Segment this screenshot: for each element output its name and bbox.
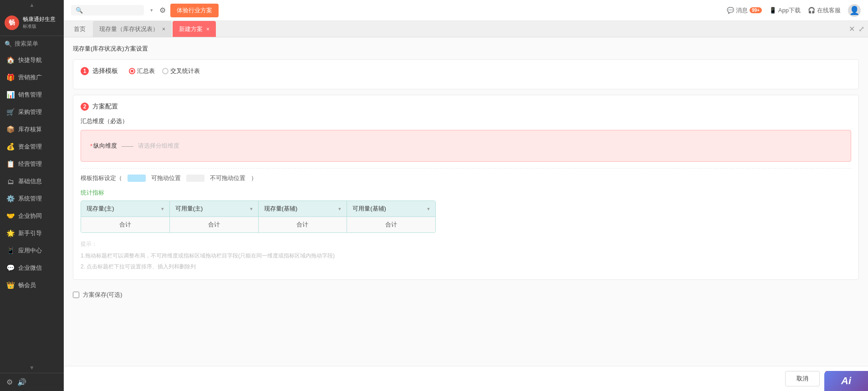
- wechat-icon: 💬: [6, 264, 15, 272]
- col3-chevron-icon: ▾: [338, 206, 341, 212]
- section1-header: 1 选择模板 汇总表 交叉统计表: [81, 67, 851, 75]
- settings-bottom-icon[interactable]: ⚙: [6, 378, 13, 386]
- sidebar-item-label: 经营管理: [18, 160, 42, 168]
- stats-table: 现存量(主) ▾ 可用量(主) ▾ 现存量(基辅) ▾ 可用量(基辅): [81, 201, 436, 233]
- sidebar-search[interactable]: 🔍 搜索菜单: [0, 36, 64, 51]
- sidebar-item-enterprise[interactable]: 🤝 企业协同: [0, 207, 64, 225]
- sidebar-scroll-up[interactable]: ▲: [0, 0, 64, 10]
- dimension-box[interactable]: * 纵向维度 —— 请选择分组维度: [81, 130, 851, 162]
- stats-col-4[interactable]: 可用量(基辅) ▾: [347, 201, 435, 216]
- sidebar-item-membership[interactable]: 👑 畅会员: [0, 277, 64, 294]
- stats-col-1[interactable]: 现存量(主) ▾: [81, 201, 170, 216]
- sidebar-item-label: 资金管理: [18, 143, 42, 151]
- template-radio-group: 汇总表 交叉统计表: [129, 67, 200, 75]
- stats-cell-4: 合计: [347, 217, 435, 232]
- stats-col-2-label: 可用量(主): [175, 205, 203, 213]
- sidebar-item-label: 系统管理: [18, 195, 42, 203]
- ai-float-button[interactable]: Ai: [824, 371, 868, 391]
- radio-cross[interactable]: 交叉统计表: [162, 67, 200, 75]
- sidebar-item-label: 应用中心: [18, 247, 42, 255]
- sidebar-item-wechat[interactable]: 💬 企业微信: [0, 259, 64, 277]
- sales-icon: 📊: [6, 91, 15, 99]
- chevron-down-icon: ▾: [150, 7, 153, 13]
- section2-title: 方案配置: [92, 103, 118, 111]
- stats-table-header: 现存量(主) ▾ 可用量(主) ▾ 现存量(基辅) ▾ 可用量(基辅): [81, 201, 435, 216]
- tab-home[interactable]: 首页: [67, 21, 92, 37]
- tab-new-scheme-close-icon[interactable]: ×: [206, 26, 209, 32]
- topbar-settings-icon[interactable]: ⚙: [159, 6, 166, 15]
- cancel-button[interactable]: 取消: [785, 371, 820, 386]
- template-indicator-suffix: ）: [251, 174, 257, 182]
- tab-inventory-close-icon[interactable]: ×: [162, 26, 165, 32]
- topbar-dropdown[interactable]: ▾: [148, 7, 153, 13]
- basic-info-icon: 🗂: [6, 178, 15, 185]
- main: 🔍 ▾ ⚙ 体验行业方案 💬 消息 99+ 📱 App下载 🎧 在线客服: [64, 0, 868, 391]
- radio-summary[interactable]: 汇总表: [129, 67, 155, 75]
- app-download-item[interactable]: 📱 App下载: [769, 6, 801, 15]
- sidebar-item-quick-nav[interactable]: 🏠 快捷导航: [0, 51, 64, 69]
- audio-bottom-icon[interactable]: 🔊: [17, 378, 26, 386]
- sidebar-item-sales[interactable]: 📊 销售管理: [0, 86, 64, 103]
- sidebar: ▲ 畅 畅康通好生意 标准版 🔍 搜索菜单 🏠 快捷导航 🎁 营销推广 📊 销售…: [0, 0, 64, 391]
- divider1: [81, 168, 851, 169]
- dimension-required-mark: *: [90, 143, 92, 149]
- template-indicator-text: 模板指标设定（: [81, 174, 122, 182]
- sidebar-item-app-center[interactable]: 📱 应用中心: [0, 242, 64, 259]
- tab-home-label: 首页: [74, 25, 86, 33]
- newbie-icon: 🌟: [6, 229, 15, 237]
- sidebar-item-finance[interactable]: 💰 资金管理: [0, 138, 64, 155]
- dimension-placeholder: 请选择分组维度: [138, 142, 179, 150]
- sidebar-scroll-down[interactable]: ▼: [0, 363, 64, 373]
- tab-close-all-icon[interactable]: ✕: [849, 25, 855, 33]
- stats-col-1-label: 现存量(主): [87, 205, 114, 213]
- sidebar-item-operations[interactable]: 📋 经营管理: [0, 155, 64, 173]
- col4-chevron-icon: ▾: [427, 206, 430, 212]
- online-support-label: 在线客服: [817, 6, 841, 15]
- tips-section: 提示： 1.拖动标题栏可以调整布局，不可跨维度或指标区域拖动栏目字段(只能在同一…: [81, 238, 851, 272]
- sidebar-item-label: 新手引导: [18, 229, 42, 237]
- avatar[interactable]: 👤: [848, 4, 861, 17]
- stats-col-3[interactable]: 现存量(基辅) ▾: [259, 201, 347, 216]
- tab-new-scheme[interactable]: 新建方案 ×: [173, 21, 216, 37]
- section-scheme-config: 2 方案配置 汇总维度（必选） * 纵向维度 —— 请选择分组维度 模板指标设定…: [73, 95, 859, 280]
- unmovable-indicator-box: [186, 175, 204, 182]
- enterprise-icon: 🤝: [6, 212, 15, 220]
- stats-label: 统计指标: [81, 189, 851, 197]
- operations-icon: 📋: [6, 160, 15, 168]
- section1-number: 1: [81, 67, 89, 75]
- radio-cross-label: 交叉统计表: [170, 67, 200, 75]
- sidebar-item-purchase[interactable]: 🛒 采购管理: [0, 103, 64, 121]
- sidebar-item-inventory[interactable]: 📦 库存核算: [0, 121, 64, 138]
- app-download-icon: 📱: [769, 7, 776, 14]
- movable-label: 可拖动位置: [151, 174, 181, 182]
- trial-btn[interactable]: 体验行业方案: [170, 4, 219, 17]
- save-checkbox[interactable]: [73, 292, 79, 298]
- sidebar-item-marketing[interactable]: 🎁 营销推广: [0, 69, 64, 86]
- tab-inventory-status[interactable]: 现存量（库存状况表） ×: [93, 21, 172, 37]
- app-name: 畅康通好生意: [23, 16, 56, 23]
- sidebar-item-basic-info[interactable]: 🗂 基础信息: [0, 173, 64, 190]
- tab-expand-icon[interactable]: ⤢: [858, 25, 864, 33]
- online-support-item[interactable]: 🎧 在线客服: [808, 6, 841, 15]
- stats-col-2[interactable]: 可用量(主) ▾: [170, 201, 259, 216]
- radio-summary-label: 汇总表: [137, 67, 155, 75]
- sidebar-item-label: 库存核算: [18, 125, 42, 134]
- topbar-search[interactable]: 🔍: [71, 5, 144, 15]
- template-indicator-row: 模板指标设定（ 可拖动位置 不可拖动位置 ）: [81, 174, 851, 182]
- tabs-actions: ✕ ⤢: [849, 25, 864, 33]
- stats-table-row: 合计 合计 合计 合计: [81, 216, 435, 232]
- topbar-search-icon: 🔍: [76, 7, 83, 14]
- sidebar-item-system[interactable]: ⚙️ 系统管理: [0, 190, 64, 207]
- messages-icon: 💬: [727, 7, 734, 14]
- sidebar-nav: 🏠 快捷导航 🎁 营销推广 📊 销售管理 🛒 采购管理 📦 库存核算 💰 资金管…: [0, 51, 64, 363]
- summary-dimension-label: 汇总维度（必选）: [81, 117, 851, 125]
- sidebar-item-newbie[interactable]: 🌟 新手引导: [0, 225, 64, 242]
- section2-number: 2: [81, 103, 89, 111]
- topbar-right: 💬 消息 99+ 📱 App下载 🎧 在线客服 👤: [727, 4, 861, 17]
- sidebar-item-label: 基础信息: [18, 177, 42, 185]
- headset-icon: 🎧: [808, 7, 815, 14]
- section1-title: 选择模板: [92, 67, 118, 75]
- messages-item[interactable]: 💬 消息 99+: [727, 6, 762, 15]
- page-title: 现存量(库存状况表)方案设置: [73, 45, 859, 53]
- dimension-separator: ——: [122, 143, 133, 149]
